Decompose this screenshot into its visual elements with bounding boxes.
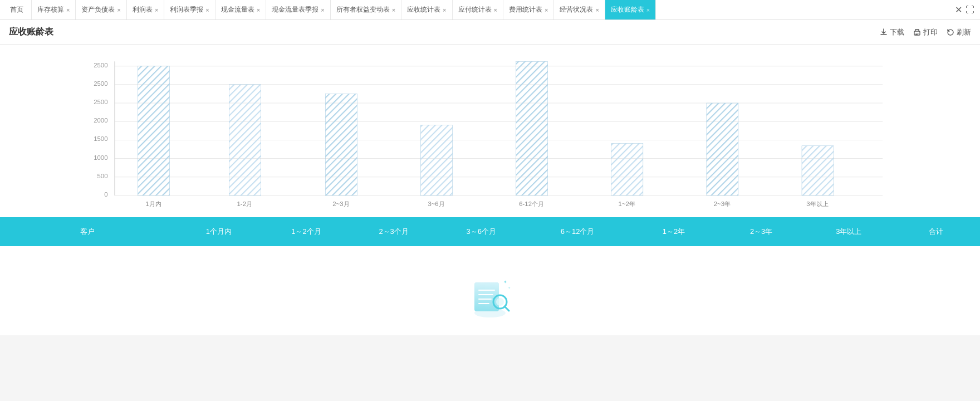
tab-label-9: 费用统计表 xyxy=(509,5,542,14)
tab-label-6: 所有者权益变动表 xyxy=(336,5,390,14)
tab-label-10: 经营状况表 xyxy=(560,5,593,14)
svg-text:0: 0 xyxy=(104,191,107,198)
print-icon xyxy=(913,28,921,36)
page-header: 应收账龄表 下载 打印 刷新 xyxy=(0,20,980,45)
table-header-cell-5: 6～12个月 xyxy=(525,217,630,246)
download-button[interactable]: 下载 xyxy=(880,27,904,37)
tab-close-8[interactable]: × xyxy=(494,7,497,13)
bar-1[interactable] xyxy=(138,66,169,195)
tab-label-4: 现金流量表 xyxy=(221,5,254,14)
tab-close-9[interactable]: × xyxy=(545,7,548,13)
tab-close-10[interactable]: × xyxy=(595,7,599,13)
refresh-label: 刷新 xyxy=(957,27,971,37)
svg-text:1月内: 1月内 xyxy=(145,200,161,207)
bar-4[interactable] xyxy=(421,125,453,195)
tab-label-8: 应付统计表 xyxy=(458,5,492,14)
table-header-cell-6: 1～2年 xyxy=(630,217,717,246)
tab-item-4[interactable]: 现金流量表× xyxy=(215,0,266,19)
svg-text:3~6月: 3~6月 xyxy=(428,200,444,207)
tab-label-5: 现金流量表季报 xyxy=(272,5,318,14)
table-header-cell-3: 2～3个月 xyxy=(350,217,438,246)
table-header-cell-2: 1～2个月 xyxy=(262,217,350,246)
main-content: 2500 2500 2500 2000 1500 1000 500 0 xyxy=(0,45,980,335)
table-header-cell-1: 1个月内 xyxy=(175,217,262,246)
svg-line-39 xyxy=(504,306,509,311)
svg-rect-2 xyxy=(915,34,918,35)
tab-label-1: 资产负债表 xyxy=(81,5,115,14)
table-header: 客户1个月内1～2个月2～3个月3～6个月6～12个月1～2年2～3年3年以上合… xyxy=(0,217,980,246)
tab-close-0[interactable]: × xyxy=(66,7,70,13)
tab-label-11: 应收账龄表 xyxy=(611,5,644,14)
tab-item-5[interactable]: 现金流量表季报× xyxy=(266,0,330,19)
download-icon xyxy=(880,28,888,36)
tab-close-7[interactable]: × xyxy=(443,7,446,13)
table-header-cell-4: 3～6个月 xyxy=(438,217,525,246)
svg-text:500: 500 xyxy=(97,173,107,179)
tab-item-0[interactable]: 库存核算× xyxy=(32,0,76,19)
svg-text:2500: 2500 xyxy=(94,62,107,69)
svg-text:2500: 2500 xyxy=(94,80,107,87)
tab-close-11[interactable]: × xyxy=(646,7,650,13)
svg-rect-1 xyxy=(915,33,919,33)
tab-item-3[interactable]: 利润表季报× xyxy=(164,0,215,19)
chart-container: 2500 2500 2500 2000 1500 1000 500 0 xyxy=(17,56,963,212)
tab-item-11[interactable]: 应收账龄表× xyxy=(605,0,656,19)
svg-text:6-12个月: 6-12个月 xyxy=(519,200,544,207)
svg-text:✦: ✦ xyxy=(508,286,511,290)
tab-close-4[interactable]: × xyxy=(257,7,260,13)
tab-item-1[interactable]: 资产负债表× xyxy=(76,0,126,19)
empty-illustration: ✦ ✦ xyxy=(462,271,518,321)
tab-close-1[interactable]: × xyxy=(117,7,120,13)
svg-point-38 xyxy=(496,298,504,306)
tab-item-8[interactable]: 应付统计表× xyxy=(453,0,503,19)
empty-state: ✦ ✦ xyxy=(0,246,980,335)
tab-close-6[interactable]: × xyxy=(392,7,395,13)
page-title: 应收账龄表 xyxy=(9,26,53,38)
table-header-cell-0: 客户 xyxy=(0,217,175,246)
bar-3[interactable] xyxy=(325,94,357,195)
expand-icon[interactable]: ⛶ xyxy=(966,5,974,15)
svg-text:✦: ✦ xyxy=(503,280,507,285)
tab-item-7[interactable]: 应收统计表× xyxy=(401,0,452,19)
tab-item-9[interactable]: 费用统计表× xyxy=(503,0,554,19)
table-header-cell-9: 合计 xyxy=(893,217,980,246)
refresh-icon xyxy=(947,28,954,36)
svg-text:2000: 2000 xyxy=(94,117,107,124)
tab-bar-controls: ✕ ⛶ xyxy=(952,4,978,15)
bar-7[interactable] xyxy=(707,103,738,195)
chart-area: 2500 2500 2500 2000 1500 1000 500 0 xyxy=(0,45,980,217)
tab-close-5[interactable]: × xyxy=(321,7,324,13)
bar-8[interactable] xyxy=(802,146,834,195)
svg-text:1-2月: 1-2月 xyxy=(237,200,252,207)
bar-chart: 2500 2500 2500 2000 1500 1000 500 0 xyxy=(17,56,963,212)
tab-label-0: 库存核算 xyxy=(37,5,64,14)
header-actions: 下载 打印 刷新 xyxy=(880,27,971,37)
bar-5[interactable] xyxy=(516,61,548,195)
tab-label-3: 利润表季报 xyxy=(170,5,203,14)
table-header-cell-8: 3年以上 xyxy=(805,217,893,246)
tab-bar: 首页 库存核算×资产负债表×利润表×利润表季报×现金流量表×现金流量表季报×所有… xyxy=(0,0,980,20)
tab-label-7: 应收统计表 xyxy=(407,5,440,14)
tab-close-3[interactable]: × xyxy=(205,7,209,13)
print-label: 打印 xyxy=(923,27,938,37)
tab-close-2[interactable]: × xyxy=(155,7,158,13)
svg-text:3年以上: 3年以上 xyxy=(806,200,828,207)
tab-item-6[interactable]: 所有者权益变动表× xyxy=(331,0,401,19)
refresh-button[interactable]: 刷新 xyxy=(947,27,971,37)
bar-2[interactable] xyxy=(229,85,261,195)
table-header-cell-7: 2～3年 xyxy=(718,217,805,246)
tab-item-10[interactable]: 经营状况表× xyxy=(554,0,605,19)
svg-text:1~2年: 1~2年 xyxy=(619,200,635,207)
svg-text:2~3年: 2~3年 xyxy=(714,200,731,207)
tab-item-2[interactable]: 利润表× xyxy=(127,0,164,19)
close-all-icon[interactable]: ✕ xyxy=(955,4,962,15)
download-label: 下载 xyxy=(890,27,904,37)
svg-text:2500: 2500 xyxy=(94,99,107,105)
tab-home-label: 首页 xyxy=(10,5,23,14)
print-button[interactable]: 打印 xyxy=(913,27,938,37)
bar-6[interactable] xyxy=(611,144,643,195)
tab-bar-items: 首页 库存核算×资产负债表×利润表×利润表季报×现金流量表×现金流量表季报×所有… xyxy=(2,0,952,19)
svg-text:1000: 1000 xyxy=(94,154,107,161)
tab-home[interactable]: 首页 xyxy=(2,0,32,19)
svg-text:1500: 1500 xyxy=(94,135,107,142)
